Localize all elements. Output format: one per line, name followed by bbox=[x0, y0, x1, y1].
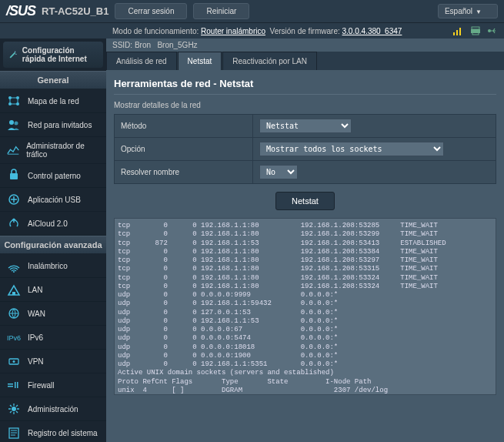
menu-icon bbox=[6, 193, 22, 206]
language-label: Español bbox=[445, 7, 472, 15]
ssid-1[interactable]: Bron bbox=[135, 41, 151, 49]
svg-rect-0 bbox=[453, 32, 455, 35]
svg-rect-15 bbox=[8, 154, 19, 155]
menu-g-1[interactable]: Red para invitados bbox=[0, 113, 106, 137]
model-name: RT-AC52U_B1 bbox=[42, 5, 108, 17]
svg-rect-19 bbox=[12, 292, 15, 295]
language-selector[interactable]: Español▼ bbox=[438, 4, 498, 18]
svg-point-6 bbox=[488, 29, 491, 32]
menu-label: Aplicación USB bbox=[28, 196, 81, 204]
menu-label: Mapa de la red bbox=[28, 97, 79, 105]
svg-point-7 bbox=[15, 52, 15, 52]
fw-value-link[interactable]: 3.0.0.4.380_6347 bbox=[342, 27, 402, 35]
menu-label: VPN bbox=[28, 357, 44, 366]
menu-icon bbox=[6, 283, 22, 296]
netstat-output[interactable]: tcp 0 0 192.168.1.1:80 192.168.1.208:532… bbox=[114, 218, 496, 395]
mode-value-link[interactable]: Router inalámbrico bbox=[201, 27, 265, 35]
svg-rect-27 bbox=[17, 382, 18, 388]
reboot-button[interactable]: Reiniciar bbox=[193, 3, 249, 19]
resolve-label: Resolver nombre bbox=[115, 161, 253, 184]
method-select[interactable]: Netstat bbox=[259, 119, 352, 133]
menu-icon: IPv6 bbox=[6, 330, 22, 344]
menu-a-2[interactable]: WAN bbox=[0, 302, 106, 326]
menu-g-4[interactable]: Aplicación USB bbox=[0, 188, 106, 212]
resolve-select[interactable]: No bbox=[259, 165, 298, 179]
fw-label: Versión de firmware: bbox=[270, 27, 340, 35]
menu-g-5[interactable]: AiCloud 2.0 bbox=[0, 212, 106, 236]
menu-g-3[interactable]: Control paterno bbox=[0, 164, 106, 188]
usb-icon bbox=[487, 26, 498, 35]
svg-rect-26 bbox=[15, 382, 16, 388]
option-select[interactable]: Mostrar todos los sockets bbox=[259, 142, 444, 156]
brand-logo: /SUS bbox=[6, 3, 35, 19]
menu-a-7[interactable]: Registro del sistema bbox=[0, 421, 106, 442]
svg-point-13 bbox=[9, 120, 14, 125]
quick-setup-label: Configuración rápida de Internet bbox=[22, 46, 98, 63]
svg-rect-24 bbox=[8, 383, 13, 385]
svg-point-28 bbox=[12, 407, 16, 411]
menu-icon bbox=[6, 216, 22, 230]
menu-label: WAN bbox=[28, 310, 45, 318]
menu-label: Red para invitados bbox=[28, 121, 92, 129]
menu-label: Administrador de tráfico bbox=[26, 142, 100, 159]
svg-rect-16 bbox=[10, 173, 18, 179]
mode-label: Modo de funcionamiento: bbox=[112, 27, 199, 35]
menu-a-6[interactable]: Administración bbox=[0, 397, 106, 421]
menu-label: LAN bbox=[28, 286, 42, 294]
chevron-down-icon: ▼ bbox=[476, 8, 482, 15]
menu-a-0[interactable]: Inalámbrico bbox=[0, 254, 106, 278]
menu-icon bbox=[6, 354, 22, 368]
printer-icon bbox=[470, 26, 481, 35]
menu-label: Control paterno bbox=[28, 172, 81, 180]
menu-a-4[interactable]: VPN bbox=[0, 350, 106, 373]
menu-label: AiCloud 2.0 bbox=[28, 219, 68, 228]
svg-rect-3 bbox=[472, 27, 479, 29]
menu-g-0[interactable]: Mapa de la red bbox=[0, 89, 106, 113]
svg-rect-1 bbox=[456, 30, 458, 35]
svg-point-8 bbox=[15, 54, 16, 55]
menu-label: Inalámbrico bbox=[28, 262, 68, 270]
menu-icon bbox=[6, 306, 22, 320]
section-general: General bbox=[0, 71, 106, 89]
menu-icon bbox=[6, 378, 22, 392]
page-subtitle: Mostrar detalles de la red bbox=[114, 101, 496, 109]
menu-label: Firewall bbox=[28, 381, 54, 390]
method-label: Método bbox=[115, 115, 253, 138]
svg-text:IPv6: IPv6 bbox=[7, 334, 21, 342]
menu-a-5[interactable]: Firewall bbox=[0, 373, 106, 397]
ssid-label: SSID: bbox=[112, 41, 132, 49]
menu-a-1[interactable]: LAN bbox=[0, 278, 106, 302]
menu-icon bbox=[6, 402, 22, 416]
menu-icon bbox=[6, 426, 22, 440]
svg-point-18 bbox=[13, 271, 15, 273]
menu-a-3[interactable]: IPv6IPv6 bbox=[0, 326, 106, 350]
menu-label: Administración bbox=[28, 405, 78, 414]
netstat-button[interactable]: Netstat bbox=[275, 192, 335, 210]
svg-point-14 bbox=[15, 122, 18, 126]
tab-1[interactable]: Netstat bbox=[178, 52, 222, 70]
menu-label: IPv6 bbox=[28, 333, 43, 342]
menu-g-2[interactable]: Administrador de tráfico bbox=[0, 137, 106, 164]
option-label: Opción bbox=[115, 138, 253, 161]
menu-label: Registro del sistema bbox=[28, 429, 98, 437]
menu-icon bbox=[6, 94, 22, 108]
tab-0[interactable]: Análisis de red bbox=[106, 52, 177, 70]
section-advanced: Configuración avanzada bbox=[0, 236, 106, 254]
svg-rect-25 bbox=[8, 386, 13, 387]
page-title: Herramientas de red - Netstat bbox=[114, 78, 496, 95]
quick-setup-button[interactable]: Configuración rápida de Internet bbox=[3, 42, 103, 68]
menu-icon bbox=[6, 143, 20, 157]
menu-icon bbox=[6, 118, 22, 132]
svg-point-23 bbox=[13, 360, 15, 363]
ssid-2[interactable]: Bron_5GHz bbox=[157, 41, 197, 49]
menu-icon bbox=[6, 169, 22, 182]
svg-rect-5 bbox=[472, 32, 479, 35]
logout-button[interactable]: Cerrar sesión bbox=[115, 3, 187, 19]
wand-icon bbox=[8, 48, 18, 62]
menu-icon bbox=[6, 259, 22, 273]
tab-2[interactable]: Reactivación por LAN bbox=[222, 52, 317, 70]
svg-rect-2 bbox=[459, 28, 461, 35]
reception-icon bbox=[453, 26, 464, 35]
